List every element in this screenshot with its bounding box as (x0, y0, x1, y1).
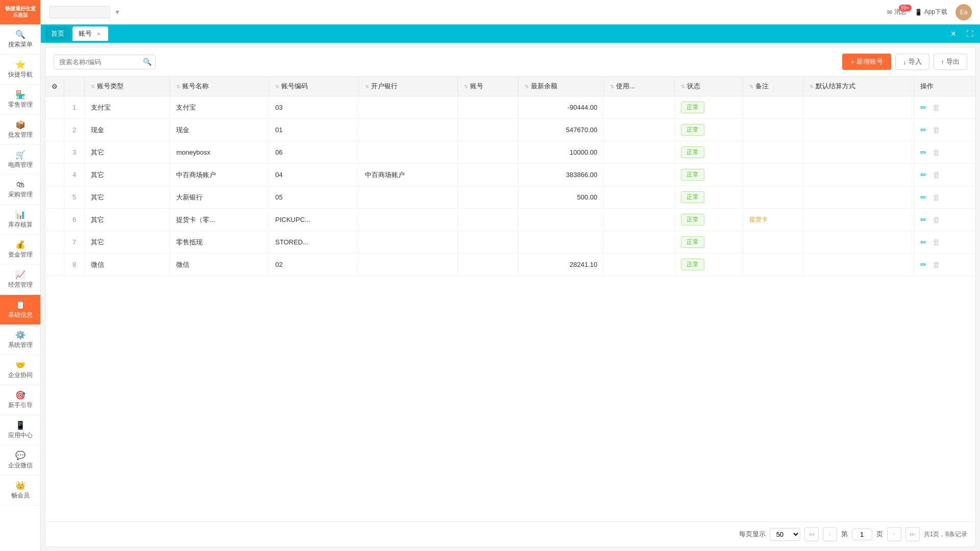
page-input[interactable] (852, 529, 872, 540)
table-row: 1 支付宝 支付宝 03 -90444.00 正常 ✏ 🗑 (45, 96, 975, 119)
row-account (458, 164, 519, 186)
enterprise-icon: 🤝 (15, 360, 26, 370)
retail-icon: 🏪 (15, 90, 26, 99)
sidebar-item-purchase[interactable]: 🛍 采购管理 (0, 175, 40, 205)
sidebar-item-guide[interactable]: 🎯 新手引导 (0, 385, 40, 415)
column-code[interactable]: ⇅账号编码 (269, 77, 359, 96)
row-type: 现金 (85, 119, 170, 141)
column-usage[interactable]: ⇅使用... (604, 77, 675, 96)
delete-button[interactable]: 🗑 (933, 170, 940, 179)
edit-button[interactable]: ✏ (920, 260, 927, 269)
message-badge: 99+ (899, 5, 912, 11)
tab-expand-button[interactable]: ⛶ (964, 28, 976, 40)
row-name: 零售抵现 (170, 231, 269, 254)
first-page-button[interactable]: ⏮ (804, 527, 819, 541)
last-page-button[interactable]: ⏭ (905, 527, 920, 541)
search-input[interactable] (54, 55, 156, 69)
row-default-settlement (803, 96, 914, 119)
sidebar-item-app-center[interactable]: 📱 应用中心 (0, 415, 40, 445)
sidebar-item-quick-nav[interactable]: ⭐ 快捷导航 (0, 55, 40, 85)
delete-button[interactable]: 🗑 (933, 103, 940, 112)
sidebar-item-ecommerce[interactable]: 🛒 电商管理 (0, 145, 40, 175)
table-row: 7 其它 零售抵现 STORED... 正常 ✏ 🗑 (45, 231, 975, 254)
page-size-select[interactable]: 50 20 100 (770, 528, 800, 541)
sidebar-item-retail[interactable]: 🏪 零售管理 (0, 85, 40, 115)
row-type: 支付宝 (85, 96, 170, 119)
row-balance: -90444.00 (518, 96, 603, 119)
header-dropdown-icon[interactable]: ▼ (114, 9, 120, 16)
row-bank (359, 209, 458, 231)
row-num: 1 (64, 96, 85, 119)
delete-button[interactable]: 🗑 (933, 193, 940, 202)
column-balance[interactable]: ⇅最新余额 (518, 77, 603, 96)
row-account (458, 231, 519, 254)
sidebar-item-label: 系统管理 (8, 341, 33, 349)
prev-page-button[interactable]: ‹ (823, 527, 837, 541)
row-status: 正常 (675, 141, 743, 164)
accounts-table: ⚙ ⇅账号类型 ⇅账号名称 ⇅账号编码 ⇅开户银行 ⇅账号 ⇅最新余额 ⇅使用.… (45, 77, 975, 276)
delete-button[interactable]: 🗑 (933, 215, 940, 224)
row-action: ✏ 🗑 (914, 231, 975, 254)
sidebar-item-basic-info[interactable]: 📋 基础信息 (0, 295, 40, 325)
edit-button[interactable]: ✏ (920, 193, 927, 202)
sidebar-item-wechat[interactable]: 💬 企业微信 (0, 445, 40, 475)
table-wrapper: ⚙ ⇅账号类型 ⇅账号名称 ⇅账号编码 ⇅开户银行 ⇅账号 ⇅最新余额 ⇅使用.… (45, 77, 975, 521)
tab-minimize-button[interactable]: ✕ (947, 28, 960, 40)
row-balance (518, 209, 603, 231)
column-status[interactable]: ⇅状态 (675, 77, 743, 96)
edit-button[interactable]: ✏ (920, 126, 927, 135)
sidebar-item-operations[interactable]: 📈 经营管理 (0, 265, 40, 295)
user-avatar[interactable]: Ea (955, 4, 972, 20)
sidebar-item-vip[interactable]: 👑 畅会员 (0, 475, 40, 506)
column-account[interactable]: ⇅账号 (458, 77, 519, 96)
sidebar-item-inventory[interactable]: 📊 库存核算 (0, 205, 40, 235)
next-page-button[interactable]: › (887, 527, 901, 541)
row-remark (743, 141, 803, 164)
delete-button[interactable]: 🗑 (933, 238, 940, 246)
row-code: 03 (269, 96, 359, 119)
row-bank (359, 141, 458, 164)
delete-button[interactable]: 🗑 (933, 148, 940, 157)
delete-button[interactable]: 🗑 (933, 260, 940, 269)
header-search-input[interactable] (49, 6, 110, 18)
search-icon[interactable]: 🔍 (143, 58, 152, 66)
row-status: 正常 (675, 231, 743, 254)
app-download-button[interactable]: 📱 App下载 (915, 8, 947, 16)
sidebar-item-enterprise[interactable]: 🤝 企业协同 (0, 355, 40, 385)
row-default-settlement (803, 141, 914, 164)
column-settings[interactable]: ⚙ (45, 77, 64, 96)
table-row: 8 微信 微信 02 28241.10 正常 ✏ 🗑 (45, 254, 975, 276)
row-account (458, 186, 519, 209)
edit-button[interactable]: ✏ (920, 238, 927, 247)
table-row: 3 其它 moneybosx 06 10000.00 正常 ✏ 🗑 (45, 141, 975, 164)
sidebar-item-system[interactable]: ⚙️ 系统管理 (0, 325, 40, 355)
import-label: 导入 (909, 57, 922, 66)
column-name[interactable]: ⇅账号名称 (170, 77, 269, 96)
vip-icon: 👑 (15, 481, 26, 490)
export-button[interactable]: ↑ 导出 (934, 54, 968, 70)
tab-home[interactable]: 首页 (45, 27, 70, 41)
row-code: PICKUPC... (269, 209, 359, 231)
column-type[interactable]: ⇅账号类型 (85, 77, 170, 96)
tab-close-icon[interactable]: ✕ (95, 30, 102, 37)
sidebar-item-search[interactable]: 🔍 搜索菜单 (0, 24, 40, 55)
sidebar-item-finance[interactable]: 💰 资金管理 (0, 235, 40, 265)
main-content: ▼ ✉ 消息 99+ 📱 App下载 Ea 首页 账号 ✕ ✕ (41, 0, 980, 551)
edit-button[interactable]: ✏ (920, 215, 927, 224)
delete-button[interactable]: 🗑 (933, 126, 940, 134)
tab-account[interactable]: 账号 ✕ (72, 27, 108, 41)
column-default-settlement[interactable]: ⇅默认结算方式 (803, 77, 914, 96)
sidebar-item-wholesale[interactable]: 📦 批发管理 (0, 115, 40, 145)
row-usage (604, 141, 675, 164)
column-bank[interactable]: ⇅开户银行 (359, 77, 458, 96)
edit-button[interactable]: ✏ (920, 170, 927, 180)
edit-button[interactable]: ✏ (920, 103, 927, 112)
add-account-button[interactable]: + 新增账号 (842, 54, 891, 70)
import-button[interactable]: ↓ 导入 (895, 54, 929, 70)
row-usage (604, 164, 675, 186)
message-button[interactable]: ✉ 消息 99+ (887, 8, 906, 16)
edit-button[interactable]: ✏ (920, 148, 927, 157)
sidebar-item-label: 经营管理 (8, 281, 33, 289)
column-remark[interactable]: ⇅备注 (743, 77, 803, 96)
row-name: 大新银行 (170, 186, 269, 209)
